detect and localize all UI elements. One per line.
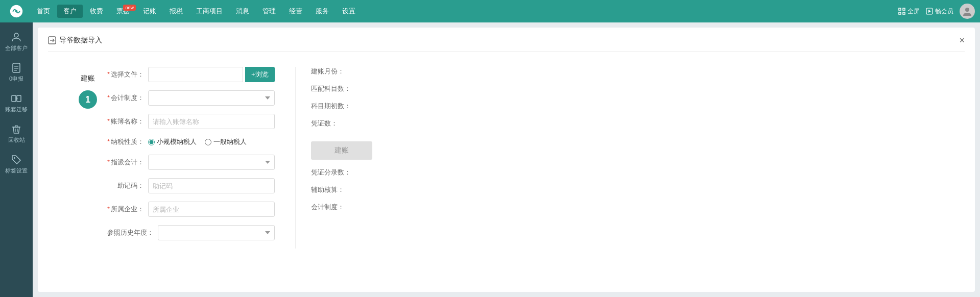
info-label-aux: 辅助核算： [311, 185, 352, 194]
tax-type-small-radio[interactable] [148, 139, 155, 145]
company-row: 所属企业： [107, 202, 275, 217]
sidebar-item-all-clients[interactable]: 全部客户 [0, 28, 33, 56]
browse-button[interactable]: +浏览 [245, 67, 275, 82]
nav-item-fee[interactable]: 收费 [84, 5, 109, 18]
fullscreen-icon [898, 8, 905, 15]
accounting-system-select[interactable] [148, 90, 275, 106]
fullscreen-btn[interactable]: 全屏 [898, 7, 920, 16]
info-row-aux: 辅助核算： [311, 185, 438, 194]
info-label-match: 匹配科目数： [311, 84, 352, 93]
nav-item-manage[interactable]: 管理 [256, 5, 282, 18]
page-content: 导爷数据导入 × 建账 1 [38, 28, 975, 292]
form-fields: 选择文件： +浏览 会计制度： [107, 67, 275, 249]
svg-rect-5 [903, 12, 905, 14]
tag-icon [11, 154, 22, 165]
company-input[interactable] [148, 202, 275, 217]
play-icon [926, 8, 933, 15]
history-year-label: 参照历史年度： [107, 228, 154, 237]
new-badge: new [123, 5, 136, 11]
sidebar-item-trash[interactable]: 回收站 [0, 119, 33, 148]
svg-point-1 [15, 10, 18, 13]
nav-item-message[interactable]: 消息 [230, 5, 255, 18]
sidebar-item-tags[interactable]: 标签设置 [0, 150, 33, 179]
nav-item-operation[interactable]: 经营 [283, 5, 308, 18]
select-file-row: 选择文件： +浏览 [107, 67, 275, 82]
sidebar-item-trash-label: 回收站 [8, 136, 25, 144]
nav-right: 全屏 畅会员 [898, 4, 975, 19]
form-container: 建账 1 选择文件： +浏览 [48, 62, 965, 254]
info-row-month: 建账月份： [311, 67, 438, 76]
accounting-system-label: 会计制度： [107, 93, 144, 103]
ledger-name-label: 账簿名称： [107, 117, 144, 126]
ledger-name-input[interactable] [148, 114, 275, 129]
info-label-accounting-system: 会计制度： [311, 203, 352, 212]
svg-rect-2 [899, 8, 901, 10]
info-row-voucher-entries: 凭证分录数： [311, 168, 438, 177]
tax-type-general[interactable]: 一般纳税人 [205, 137, 247, 146]
assign-accountant-label: 指派会计： [107, 158, 144, 167]
info-label-voucher: 凭证数： [311, 119, 352, 128]
sidebar-item-declaration-label: 0申报 [9, 75, 23, 83]
import-icon [48, 36, 56, 44]
svg-point-20 [14, 157, 15, 159]
svg-rect-14 [12, 95, 16, 102]
nav-item-business[interactable]: 工商项目 [190, 5, 229, 18]
accounting-system-row: 会计制度： [107, 90, 275, 106]
company-label: 所属企业： [107, 205, 144, 214]
info-panel: 建账月份： 匹配科目数： 科目期初数： 凭证数： [295, 67, 438, 249]
svg-point-8 [965, 8, 969, 12]
history-year-select[interactable] [158, 225, 275, 240]
tax-type-label: 纳税性质： [107, 137, 144, 146]
sidebar-item-tags-label: 标签设置 [5, 167, 28, 175]
sidebar-item-all-clients-label: 全部客户 [5, 44, 28, 52]
trash-icon [11, 123, 22, 135]
tax-type-small-label: 小规模纳税人 [157, 137, 197, 146]
nav-item-tax[interactable]: 报税 [163, 5, 189, 18]
info-label-voucher-entries: 凭证分录数： [311, 168, 352, 177]
nav-item-invoice[interactable]: 票据 new [110, 5, 136, 18]
sidebar-item-migrate[interactable]: 账套迁移 [0, 89, 33, 117]
nav-item-bookkeeping[interactable]: 记账 [137, 5, 162, 18]
form-left: 建账 1 选择文件： +浏览 [79, 67, 275, 249]
ledger-name-row: 账簿名称： [107, 114, 275, 129]
tax-type-general-radio[interactable] [205, 139, 211, 145]
info-label-month: 建账月份： [311, 67, 352, 76]
sidebar: 全部客户 0申报 账套迁移 [0, 22, 33, 297]
users-icon [11, 32, 22, 43]
declaration-icon [11, 62, 22, 73]
history-year-row: 参照历史年度： [107, 225, 275, 240]
top-nav: 首页 客户 收费 票据 new 记账 报税 工商项目 消息 管理 经营 服务 设… [0, 0, 980, 22]
info-row-accounting-system: 会计制度： [311, 203, 438, 212]
info-row-match: 匹配科目数： [311, 84, 438, 93]
avatar-icon [962, 6, 973, 17]
avatar[interactable] [960, 4, 975, 19]
svg-rect-10 [13, 63, 20, 72]
sidebar-item-migrate-label: 账套迁移 [5, 106, 28, 113]
assign-accountant-row: 指派会计： [107, 155, 275, 170]
nav-item-client[interactable]: 客户 [57, 5, 83, 18]
logo [5, 0, 28, 22]
tax-type-general-label: 一般纳税人 [213, 137, 247, 146]
page-header: 导爷数据导入 × [48, 36, 965, 52]
file-input[interactable] [148, 67, 243, 82]
member-btn[interactable]: 畅会员 [926, 7, 953, 16]
fullscreen-label: 全屏 [907, 7, 920, 16]
svg-rect-3 [903, 8, 905, 10]
migrate-icon [11, 93, 22, 104]
nav-items: 首页 客户 收费 票据 new 记账 报税 工商项目 消息 管理 经营 服务 设… [31, 5, 898, 18]
assign-accountant-select[interactable] [148, 155, 275, 170]
select-file-label: 选择文件： [107, 70, 144, 79]
nav-item-home[interactable]: 首页 [31, 5, 56, 18]
close-button[interactable]: × [959, 36, 965, 45]
info-row-initial: 科目期初数： [311, 102, 438, 111]
page-title-text: 导爷数据导入 [59, 36, 102, 45]
step-badge: 1 [79, 90, 97, 109]
member-label: 畅会员 [935, 7, 953, 16]
sidebar-item-declaration[interactable]: 0申报 [0, 58, 33, 87]
tax-type-small[interactable]: 小规模纳税人 [148, 137, 197, 146]
nav-item-settings[interactable]: 设置 [336, 5, 362, 18]
nav-item-service[interactable]: 服务 [309, 5, 335, 18]
build-account-button[interactable]: 建账 [311, 141, 372, 160]
content-area: 导爷数据导入 × 建账 1 [33, 22, 980, 297]
memo-code-input[interactable] [148, 178, 275, 193]
